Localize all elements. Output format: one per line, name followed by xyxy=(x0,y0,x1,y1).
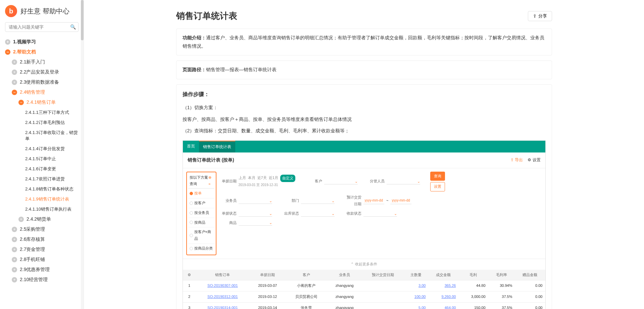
scheme-item-4: 按商品 xyxy=(188,218,214,227)
scrollbar[interactable] xyxy=(81,0,84,309)
setting-button: 设置 xyxy=(430,182,445,191)
nav-2-1[interactable]: +2.1新手入门 xyxy=(5,57,79,67)
step-1: （1）切换方案： xyxy=(183,103,546,112)
date-range: 2019-03-01 至 2019-12-31 xyxy=(239,182,295,188)
share-icon: ⇪ xyxy=(533,13,537,18)
search-input[interactable] xyxy=(5,22,79,32)
nav-2-3[interactable]: +2.3使用前数据准备 xyxy=(5,77,79,87)
nav-2-10[interactable]: +2.10经营管理 xyxy=(5,275,79,285)
scheme-item-2: 按客户 xyxy=(188,198,214,208)
nav-2-9[interactable]: +2.9优惠券管理 xyxy=(5,265,79,275)
table-row: 2SO-20190312-0012019-03-12贝贝贸易公司zhangyan… xyxy=(183,292,545,303)
share-button[interactable]: ⇪分享 xyxy=(528,11,552,21)
mgr-input xyxy=(387,178,420,184)
intro-card: 功能介绍：通过客户、业务员、商品等维度查询销售订单的明细汇总情况；有助于管理者了… xyxy=(176,29,552,55)
nav-2-4-1-10[interactable]: 2.4.1.10销售订单执行表 xyxy=(5,204,79,214)
nav-2-4-1-2[interactable]: 2.4.1.2订单毛利预估 xyxy=(5,118,79,128)
path-label: 页面路径： xyxy=(183,67,206,72)
shot-tab-home: 首页 xyxy=(183,141,199,153)
nav-2-4-1-5[interactable]: 2.4.1.5订单中止 xyxy=(5,154,79,164)
brand-title: 好生意 帮助中心 xyxy=(20,7,69,16)
search-box: 🔍 xyxy=(5,22,79,32)
sidebar: b 好生意 帮助中心 🔍 +1.视频学习 −2.帮助文档 +2.1新手入门 +2… xyxy=(0,0,84,309)
nav-2-4-1-9[interactable]: 2.4.1.9销售订单统计表 xyxy=(5,194,79,204)
nav-2-4-2[interactable]: +2.4.2销货单 xyxy=(5,214,79,224)
nav-2-4-1-1[interactable]: 2.4.1.1三种下订单方式 xyxy=(5,107,79,118)
nav-2-4-1-4[interactable]: 2.4.1.4订单分批发货 xyxy=(5,144,79,154)
table-row: 1SO-20190307-0012019-03-07小蒋的客户zhangyang… xyxy=(183,280,545,292)
intro-text: 通过客户、业务员、商品等维度查询销售订单的明细汇总情况；有助于管理者了解订单成交… xyxy=(183,35,544,49)
scheme-panel: 按以下方案查询⊕ « 按单 按客户 按业务员 按商品 按客户+商品 按商品分类 xyxy=(186,172,216,255)
nav-2-4-1-6[interactable]: 2.4.1.6订单变更 xyxy=(5,164,79,174)
filter-area: 单据日期 上月本月近7天近1月自定义 2019-03-01 至 2019-12-… xyxy=(220,172,542,255)
nav-2-8[interactable]: +2.8手机旺铺 xyxy=(5,255,79,265)
nav-2-4[interactable]: −2.4销售管理 xyxy=(5,87,79,97)
cust-input xyxy=(324,178,358,184)
data-table: ⚙ 销售订单 单据日期 客户 业务员 预计交货日期 主数量 成交金额 毛利 毛利… xyxy=(183,270,545,309)
nav-2-5[interactable]: +2.5采购管理 xyxy=(5,224,79,234)
collapse-toggle: ⌃ 收起更多条件 xyxy=(183,259,545,270)
nav-video[interactable]: +1.视频学习 xyxy=(5,37,79,47)
query-button: 查询 xyxy=(430,172,445,181)
nav-2-6[interactable]: +2.6库存核算 xyxy=(5,234,79,245)
step-1-desc: 按客户、按商品、按客户＋商品、按单、按业务员等维度来查看销售订单总体情况 xyxy=(183,115,546,124)
steps-title: 操作步骤： xyxy=(183,89,546,99)
steps-card: 操作步骤： （1）切换方案： 按客户、按商品、按客户＋商品、按单、按业务员等维度… xyxy=(176,84,552,309)
search-icon[interactable]: 🔍 xyxy=(70,24,76,30)
nav-2-4-1-8[interactable]: 2.4.1.8销售订单各种状态 xyxy=(5,184,79,194)
date-tags: 上月本月近7天近1月自定义 xyxy=(239,175,295,182)
nav-2-7[interactable]: +2.7资金管理 xyxy=(5,245,79,255)
path-text: 销售管理—报表—销售订单统计表 xyxy=(206,67,277,72)
nav-2-4-1-7[interactable]: 2.4.1.7依照订单进货 xyxy=(5,174,79,184)
scheme-item-3: 按业务员 xyxy=(188,208,214,218)
nav-2-4-1-3[interactable]: 2.4.1.3订单收取订金，销货单 xyxy=(5,128,79,144)
nav-2-4-1[interactable]: −2.4.1销售订单 xyxy=(5,97,79,107)
scheme-item-6: 按商品分类 xyxy=(188,244,214,253)
gear-icon: ⚙ xyxy=(183,270,196,280)
shot-title: 销售订单统计表 (按单) xyxy=(188,156,234,164)
table-row: 3SO-20190314-0012019-03-14张冬雪zhangyang5.… xyxy=(183,302,545,309)
intro-label: 功能介绍： xyxy=(183,35,206,40)
screenshot-1: 首页 销售订单统计表 销售订单统计表 (按单) ⇪ 导出 ⚙ 设置 按以下方案查… xyxy=(183,140,546,309)
shot-tab-active: 销售订单统计表 xyxy=(199,141,235,153)
scheme-item-5: 按客户+商品 xyxy=(188,227,214,244)
setting-action: ⚙ 设置 xyxy=(528,157,540,164)
nav-help[interactable]: −2.帮助文档 xyxy=(5,47,79,57)
logo-icon: b xyxy=(5,5,17,17)
path-card: 页面路径：销售管理—报表—销售订单统计表 xyxy=(176,60,552,79)
scheme-header: 按以下方案查询⊕ « xyxy=(188,174,214,189)
step-2: （2）查询指标：交货日期、数量、成交金额、毛利、毛利率、累计收款金额等； xyxy=(183,126,546,135)
scheme-item-1: 按单 xyxy=(188,188,214,198)
nav-2-2[interactable]: +2.2产品安装及登录 xyxy=(5,67,79,77)
brand-row: b 好生意 帮助中心 xyxy=(5,5,79,17)
page-title: 销售订单统计表 xyxy=(176,10,237,22)
export-action: ⇪ 导出 xyxy=(510,157,523,164)
main-content: 销售订单统计表 ⇪分享 功能介绍：通过客户、业务员、商品等维度查询销售订单的明细… xyxy=(84,0,644,309)
